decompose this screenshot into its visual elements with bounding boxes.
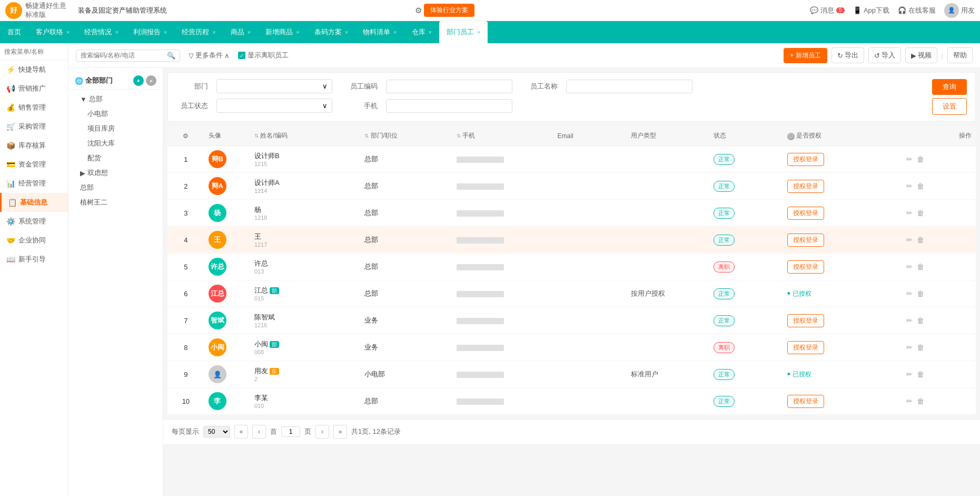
delete-icon[interactable]: 🗑 [917,397,924,405]
edit-icon[interactable]: ✏ [906,397,913,405]
delete-icon[interactable]: 🗑 [917,236,924,244]
search-input[interactable] [81,52,165,59]
close-icon[interactable]: × [429,29,432,35]
tab-barcode[interactable]: 条码方案× [307,21,355,43]
col-name[interactable]: ⇅ 姓名/编码 [250,126,360,146]
sidebar-item-system[interactable]: ⚙️ 系统管理 [0,212,68,231]
message-btn[interactable]: 💬 消息 5 [810,6,845,15]
auth-login-button[interactable]: 授权登录 [787,234,824,247]
col-dept[interactable]: ⇅ 部门/职位 [360,126,452,146]
dept-item-project[interactable]: 项目库房 [73,121,159,136]
sidebar-item-operation[interactable]: 📊 经营管理 [0,174,68,193]
tab-warehouse[interactable]: 仓库× [404,21,439,43]
edit-icon[interactable]: ✏ [906,209,913,217]
reset-button[interactable]: 设置 [932,98,967,115]
delete-icon[interactable]: 🗑 [917,343,924,352]
sort-icon[interactable]: ⇅ [254,133,259,139]
delete-icon[interactable]: 🗑 [917,155,924,163]
settings-icon[interactable]: ⚙ [415,6,422,15]
dept-item-shuanglv[interactable]: ▶ 双虑想 [73,166,159,180]
delete-icon[interactable]: 🗑 [917,182,924,190]
dept-item-shenyang[interactable]: 沈阳大库 [73,136,159,151]
video-button[interactable]: ▶ 视频 [905,47,937,63]
close-icon[interactable]: × [212,29,215,35]
info-icon[interactable]: ⓘ [787,133,795,140]
close-icon[interactable]: × [296,29,299,35]
close-icon[interactable]: × [248,29,251,35]
tab-goods[interactable]: 商品× [223,21,258,43]
tab-operation[interactable]: 经营情况× [77,21,125,43]
sort-icon[interactable]: ⇅ [457,133,461,139]
delete-icon[interactable]: 🗑 [917,370,924,378]
delete-icon[interactable]: 🗑 [917,209,924,217]
edit-icon[interactable]: ✏ [906,262,913,271]
export-button[interactable]: ↻ 导出 [831,47,864,63]
import-button[interactable]: ↺ 导入 [868,47,901,63]
auth-login-button[interactable]: 授权登录 [787,314,824,327]
close-icon[interactable]: × [164,29,167,35]
dept-item-headquarter-parent[interactable]: ▼ 总部 [73,92,159,106]
online-service-btn[interactable]: 🎧 在线客服 [898,6,936,15]
sidebar-item-finance[interactable]: 💳 资金管理 [0,155,68,174]
auth-login-button[interactable]: 授权登录 [787,341,824,354]
trial-button[interactable]: 体验行业方案 [424,4,474,17]
sidebar-item-inventory[interactable]: 📦 库存核算 [0,136,68,155]
dept-item-electronics[interactable]: 小电部 [73,106,159,121]
sidebar-item-collab[interactable]: 🤝 企业协同 [0,231,68,250]
delete-icon[interactable]: 🗑 [917,262,924,271]
sidebar-item-guide[interactable]: 📖 新手引导 [0,250,68,269]
page-size-select[interactable]: 50 100 [203,426,230,437]
tab-customer[interactable]: 客户联络× [28,21,77,43]
dept-item-hq[interactable]: 总部 [73,180,159,195]
sort-icon[interactable]: ⇅ [364,133,369,139]
auth-login-button[interactable]: 授权登录 [787,153,824,166]
tab-employee[interactable]: 部门员工× [439,21,488,43]
emp-status-select[interactable]: ∨ [216,99,332,113]
auth-login-button[interactable]: 授权登录 [787,395,824,408]
sidebar-search-input[interactable] [4,48,68,55]
close-icon[interactable]: × [345,29,348,35]
emp-name-input[interactable] [566,80,692,93]
auth-login-button[interactable]: 授权登录 [787,260,824,274]
sidebar-item-sales[interactable]: 💰 销售管理 [0,98,68,117]
sidebar-item-marketing[interactable]: 📢 营销推广 [0,79,68,98]
help-button[interactable]: 帮助 [947,47,973,63]
show-resigned-toggle[interactable]: 显示离职员工 [238,51,289,60]
add-employee-button[interactable]: + 新增员工 [784,48,827,63]
dept-add-icon[interactable]: + [133,75,144,86]
last-page-btn[interactable]: » [333,425,347,439]
close-icon[interactable]: × [66,29,70,35]
tab-profit[interactable]: 利润报告× [126,21,174,43]
dept-collapse-icon[interactable]: « [146,75,156,86]
dept-select[interactable]: ∨ [216,79,332,93]
edit-icon[interactable]: ✏ [906,289,913,298]
tab-history[interactable]: 经营历程× [174,21,223,43]
edit-icon[interactable]: ✏ [906,155,913,163]
edit-icon[interactable]: ✏ [906,236,913,244]
close-icon[interactable]: × [115,29,118,35]
next-page-btn[interactable]: › [315,425,329,439]
sidebar-item-shortcuts[interactable]: ⚡ 快捷导航 [0,60,68,79]
more-filter-btn[interactable]: ▽ 更多条件 ∧ [184,48,234,62]
tab-home[interactable]: 首页 [0,21,28,43]
emp-code-input[interactable] [386,80,512,93]
close-icon[interactable]: × [393,29,397,35]
dept-item-delivery[interactable]: 配货 [73,151,159,166]
sidebar-item-basic[interactable]: 📋 基础信息 [0,193,68,212]
query-button[interactable]: 查询 [932,79,967,95]
prev-page-btn[interactable]: ‹ [252,425,266,439]
tab-new-goods[interactable]: 新增商品× [258,21,306,43]
first-page-btn[interactable]: « [234,425,248,439]
edit-icon[interactable]: ✏ [906,316,913,325]
col-settings[interactable]: ⚙ [167,126,204,146]
edit-icon[interactable]: ✏ [906,182,913,190]
tab-bom[interactable]: 物料清单× [355,21,404,43]
delete-icon[interactable]: 🗑 [917,289,924,298]
dept-item-tree-king[interactable]: 植树王二 [73,195,159,210]
phone-input[interactable] [386,99,512,113]
auth-login-button[interactable]: 授权登录 [787,207,824,220]
edit-icon[interactable]: ✏ [906,370,913,378]
sidebar-item-purchase[interactable]: 🛒 采购管理 [0,117,68,136]
delete-icon[interactable]: 🗑 [917,316,924,325]
auth-login-button[interactable]: 授权登录 [787,180,824,193]
